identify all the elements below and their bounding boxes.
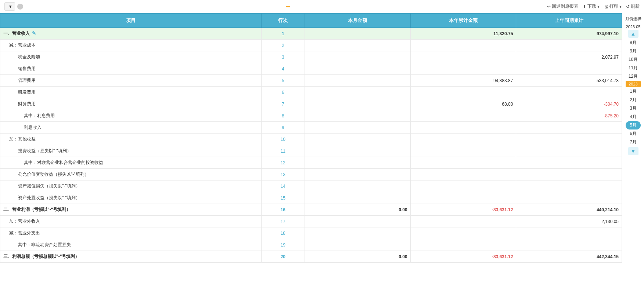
last-year-amount: [516, 134, 622, 145]
table-row: 减：营业成本2: [0, 40, 622, 51]
row-number: 10: [261, 134, 305, 145]
table-row: 三、利润总额（亏损总额以"-"号填列）200.00-83,631.12442,3…: [0, 251, 622, 263]
month-amount: [305, 87, 411, 98]
sidebar-month-item[interactable]: 4月: [626, 113, 641, 121]
last-year-amount: 442,344.15: [516, 251, 622, 263]
table-row: 其中：对联营企业和合营企业的投资收益12: [0, 157, 622, 169]
last-year-amount: [516, 145, 622, 157]
item-label: 减：营业外支出: [0, 227, 262, 239]
row-number: 17: [261, 216, 305, 227]
item-label: 资产减值损失（损失以"-"填列）: [0, 180, 262, 192]
last-year-amount: [516, 180, 622, 192]
item-label: 利息收入: [0, 122, 262, 134]
last-year-amount: 533,014.73: [516, 75, 622, 87]
table-row: 一、营业收入✎111,320.75974,997.10: [0, 28, 622, 40]
year-total-amount: [410, 169, 516, 180]
month-amount: [305, 227, 411, 239]
sidebar-month-item[interactable]: 9月: [626, 47, 641, 55]
item-label: 税金及附加: [0, 51, 262, 63]
sidebar-month-item[interactable]: 7月: [626, 138, 641, 146]
item-label: 一、营业收入✎: [0, 28, 262, 40]
year-total-amount: [410, 192, 516, 204]
month-amount: [305, 122, 411, 134]
content-wrapper: 项目 行次 本月金额 本年累计金额 上年同期累计 一、营业收入✎111,320.…: [0, 13, 644, 281]
sidebar-nav-down-btn[interactable]: ▼: [628, 147, 638, 155]
month-amount: [305, 216, 411, 227]
back-to-original-btn[interactable]: ↩ 回退到原报表: [547, 3, 578, 10]
sidebar-month-item[interactable]: 8月: [626, 39, 641, 47]
row-number: 12: [261, 157, 305, 169]
help-icon[interactable]: [17, 4, 23, 10]
refresh-btn[interactable]: ↺ 刷新: [626, 3, 640, 10]
last-year-amount: 2,130.05: [516, 216, 622, 227]
month-amount: [305, 110, 411, 122]
sidebar-month-item[interactable]: 5月: [626, 121, 641, 129]
year-total-amount: [410, 40, 516, 51]
year-total-amount: -83,631.12: [410, 251, 516, 263]
row-number: 14: [261, 180, 305, 192]
month-amount: 0.00: [305, 204, 411, 216]
table-header-row: 项目 行次 本月金额 本年累计金额 上年同期累计: [0, 14, 622, 28]
sidebar-month-item[interactable]: 2023: [626, 81, 641, 87]
table-row: 其中：利息费用8-875.20: [0, 110, 622, 122]
year-total-amount: 68.00: [410, 98, 516, 110]
print-label: 打印: [609, 3, 618, 10]
table-row: 二、营业利润（亏损以"-"号填列）160.00-83,631.12440,214…: [0, 204, 622, 216]
table-container: 项目 行次 本月金额 本年累计金额 上年同期累计 一、营业收入✎111,320.…: [0, 13, 622, 281]
table-row: 管理费用594,883.87533,014.73: [0, 75, 622, 87]
month-amount: [305, 63, 411, 75]
page-wrapper: ▾ ↩ 回退到原报表 ⬇ 下载 ▾ 🖨 打印 ▾: [0, 0, 644, 281]
month-amount: [305, 134, 411, 145]
scope-dropdown[interactable]: ▾: [4, 2, 15, 11]
last-year-amount: [516, 87, 622, 98]
year-total-amount: 11,320.75: [410, 28, 516, 40]
last-year-amount: 2,072.97: [516, 51, 622, 63]
row-number: 15: [261, 192, 305, 204]
item-label: 公允价值变动收益（损失以"-"填列）: [0, 169, 262, 180]
sidebar-month-item[interactable]: 10月: [626, 55, 641, 64]
back-label: 回退到原报表: [552, 3, 578, 10]
item-label: 销售费用: [0, 63, 262, 75]
sidebar-nav-up-btn[interactable]: ▲: [628, 30, 638, 38]
top-bar-right: ↩ 回退到原报表 ⬇ 下载 ▾ 🖨 打印 ▾ ↺ 刷新: [547, 3, 640, 10]
item-label: 财务费用: [0, 98, 262, 110]
col-header-last-year: 上年同期累计: [516, 14, 622, 28]
year-total-amount: [410, 134, 516, 145]
sidebar-month-item[interactable]: 6月: [626, 129, 641, 138]
month-amount: [305, 98, 411, 110]
last-year-amount: [516, 227, 622, 239]
top-bar-left: ▾: [4, 2, 23, 11]
table-row: 财务费用768.00-304.70: [0, 98, 622, 110]
sidebar-month-item[interactable]: 1月: [626, 87, 641, 96]
row-number: 11: [261, 145, 305, 157]
month-amount: [305, 239, 411, 251]
month-amount: [305, 180, 411, 192]
month-amount: [305, 28, 411, 40]
item-label: 资产处置收益（损失以"-"填列）: [0, 192, 262, 204]
year-total-amount: [410, 216, 516, 227]
row-number: 9: [261, 122, 305, 134]
sidebar-month-item[interactable]: 12月: [626, 72, 641, 81]
last-year-amount: [516, 239, 622, 251]
row-number: 3: [261, 51, 305, 63]
status-badge: [286, 6, 290, 7]
sidebar-month-item[interactable]: 11月: [626, 64, 641, 72]
sidebar-current-date: 2023.05: [626, 25, 641, 29]
sidebar-month-item[interactable]: 2月: [626, 96, 641, 104]
table-row: 加：营业外收入172,130.05: [0, 216, 622, 227]
table-row: 加：其他收益10: [0, 134, 622, 145]
item-label: 投资收益（损失以"-"填列）: [0, 145, 262, 157]
profit-table: 项目 行次 本月金额 本年累计金额 上年同期累计 一、营业收入✎111,320.…: [0, 13, 622, 263]
sidebar-months-list: 8月9月10月11月12月20231月2月3月4月5月6月7月: [626, 39, 641, 146]
row-number: 8: [261, 110, 305, 122]
item-label: 加：营业外收入: [0, 216, 262, 227]
edit-icon[interactable]: ✎: [32, 30, 36, 36]
last-year-amount: [516, 122, 622, 134]
print-btn[interactable]: 🖨 打印 ▾: [604, 3, 622, 10]
sidebar-month-item[interactable]: 3月: [626, 104, 641, 113]
download-arrow: ▾: [597, 4, 600, 9]
year-total-amount: [410, 157, 516, 169]
back-icon: ↩: [547, 4, 551, 9]
download-btn[interactable]: ⬇ 下载 ▾: [583, 3, 600, 10]
col-header-year-total: 本年累计金额: [410, 14, 516, 28]
